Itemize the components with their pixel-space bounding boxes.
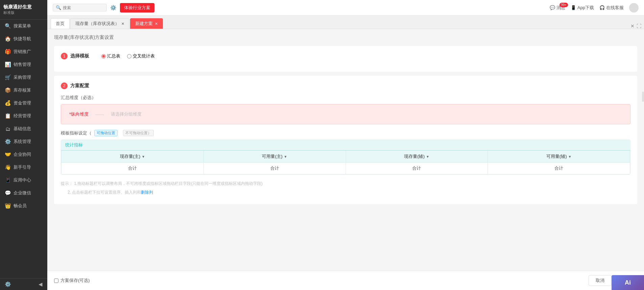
sidebar-item-wechat[interactable]: 💬 企业微信 (0, 187, 47, 199)
tab-new-plan[interactable]: 新建方案 ✕ (130, 18, 163, 29)
online-support-link[interactable]: 🎧 在线客服 (599, 5, 624, 11)
sidebar-item-vip[interactable]: 👑 畅会员 (0, 199, 47, 212)
messages-badge: 99+ (560, 3, 568, 7)
section1-title: 选择模板 (70, 53, 89, 59)
sidebar-icon-quick-nav: 🏠 (5, 36, 11, 42)
section-template: 1 选择模板 汇总表 交叉统计表 (54, 46, 637, 72)
search-icon: 🔍 (56, 5, 61, 10)
page-title: 现存量(库存状况表)方案设置 (54, 34, 637, 41)
dimension-placeholder[interactable]: 请选择分组维度 (111, 111, 142, 117)
radio-summary[interactable]: 汇总表 (101, 53, 120, 59)
sidebar-label-system: 系统管理 (14, 139, 31, 145)
radio-cross-label: 交叉统计表 (133, 53, 155, 59)
tab-inventory[interactable]: 现存量（库存状况表） ✕ (70, 18, 129, 29)
stats-table: 现存量(主)▼可用量(主)▼现存量(辅)▼可用量(辅)▼ 合计合计合计合计 (61, 150, 630, 174)
sidebar-item-search[interactable]: 🔍 搜索菜单 (0, 20, 47, 32)
save-label: 方案保存(可选) (60, 277, 90, 284)
top-bar: 🔍 ⚙️ 体验行业方案 💬 消息 99+ 📱 App下载 🎧 在线客服 (47, 0, 644, 16)
delete-col-link[interactable]: 删除列 (141, 190, 153, 195)
save-checkbox[interactable] (54, 279, 58, 283)
col-header-2[interactable]: 现存量(辅)▼ (346, 151, 488, 163)
tab-home[interactable]: 首页 (51, 18, 70, 29)
sidebar-item-new-guide[interactable]: 👋 新手引导 (0, 161, 47, 174)
radio-summary-label: 汇总表 (107, 53, 120, 59)
col-label-3: 可用量(辅) (546, 153, 567, 160)
trial-button[interactable]: 体验行业方案 (120, 3, 154, 13)
sidebar-label-sales: 销售管理 (14, 62, 31, 68)
section2-header: 2 方案配置 (61, 82, 630, 89)
sidebar-icon-cooperation: 🤝 (5, 151, 11, 158)
radio-cross-input[interactable] (127, 54, 131, 58)
col-header-0[interactable]: 现存量(主)▼ (61, 151, 204, 163)
non-draggable-tag: 不可拖动位置） (123, 130, 154, 136)
cancel-button[interactable]: 取消 (589, 275, 612, 286)
search-input[interactable] (63, 5, 103, 10)
ai-float-button[interactable]: Ai (612, 275, 644, 290)
stats-title-bar: 统计指标 (61, 140, 630, 150)
sidebar-item-management[interactable]: 📋 经营管理 (0, 110, 47, 122)
stats-body-row: 合计合计合计合计 (61, 163, 630, 174)
dimension-dash: —— (95, 112, 104, 117)
sidebar-item-sales[interactable]: 📊 销售管理 (0, 58, 47, 71)
sidebar-label-app-center: 应用中心 (14, 177, 31, 183)
inventory-tab-close[interactable]: ✕ (121, 22, 124, 26)
settings-icon[interactable]: ⚙️ (5, 281, 11, 287)
col-chevron-1[interactable]: ▼ (284, 155, 287, 159)
sidebar-item-marketing[interactable]: 🎁 营销推广 (0, 45, 47, 58)
app-download-link[interactable]: 📱 App下载 (571, 5, 594, 11)
col-label-0: 现存量(主) (120, 153, 141, 160)
sidebar-label-marketing: 营销推广 (14, 49, 31, 55)
sidebar-icon-system: ⚙️ (5, 139, 11, 145)
new-plan-tab-label: 新建方案 (135, 21, 153, 27)
col-body-0: 合计 (61, 163, 204, 174)
sidebar-icon-marketing: 🎁 (5, 49, 11, 55)
sidebar-label-vip: 畅会员 (14, 203, 27, 209)
messages-button[interactable]: 💬 消息 99+ (550, 5, 565, 11)
col-chevron-2[interactable]: ▼ (426, 155, 429, 159)
tips-section: 提示： 1.拖动标题栏可以调整布局，不可跨维度或指标区域拖动栏目字段(只能在同一… (61, 180, 630, 196)
sidebar-label-purchase: 采购管理 (14, 74, 31, 80)
sidebar-label-finance: 资金管理 (14, 100, 31, 106)
col-header-1[interactable]: 可用量(主)▼ (203, 151, 346, 163)
sidebar-icon-purchase: 🛒 (5, 74, 11, 80)
message-icon: 💬 (550, 5, 555, 10)
sidebar-label-search: 搜索菜单 (14, 23, 31, 29)
save-option: 方案保存(可选) (54, 277, 90, 284)
topbar-settings-icon[interactable]: ⚙️ (110, 5, 117, 11)
sidebar-item-system[interactable]: ⚙️ 系统管理 (0, 135, 47, 148)
collapse-icon[interactable]: ◀ (39, 281, 43, 287)
resize-handle[interactable] (642, 92, 644, 102)
sidebar-item-purchase[interactable]: 🛒 采购管理 (0, 71, 47, 84)
radio-cross[interactable]: 交叉统计表 (127, 53, 155, 59)
sidebar-item-quick-nav[interactable]: 🏠 快捷导航 (0, 32, 47, 45)
sidebar-scroll: 🔍 搜索菜单 🏠 快捷导航 🎁 营销推广 📊 销售管理 🛒 采购管理 📦 库存核… (0, 20, 47, 278)
sidebar-label-quick-nav: 快捷导航 (14, 36, 31, 42)
radio-summary-input[interactable] (101, 54, 106, 58)
search-box[interactable]: 🔍 (53, 4, 107, 11)
dimension-box: *纵向维度 —— 请选择分组维度 (61, 104, 630, 124)
sidebar-icon-management: 📋 (5, 113, 11, 119)
col-header-3[interactable]: 可用量(辅)▼ (488, 151, 630, 163)
bottom-bar: 方案保存(可选) 取消 查询 (47, 271, 644, 290)
section1-header: 1 选择模板 汇总表 交叉统计表 (61, 53, 630, 59)
sidebar-item-basic-info[interactable]: 🗂 基础信息 (0, 122, 47, 135)
tab-close-all-icon[interactable]: ✕ (630, 23, 635, 29)
sidebar-icon-vip: 👑 (5, 203, 11, 209)
sidebar-item-app-center[interactable]: 📱 应用中心 (0, 174, 47, 187)
col-chevron-3[interactable]: ▼ (568, 155, 572, 159)
tab-expand-icon[interactable]: ⛶ (637, 23, 641, 29)
section2-title: 方案配置 (70, 83, 89, 89)
app-version: 标准版 (3, 10, 44, 15)
sidebar-item-cooperation[interactable]: 🤝 企业协同 (0, 148, 47, 161)
sidebar-label-new-guide: 新手引导 (14, 164, 31, 170)
sidebar-label-basic-info: 基础信息 (14, 126, 31, 132)
user-avatar[interactable] (629, 3, 639, 13)
dimension-row: *纵向维度 —— 请选择分组维度 (69, 111, 622, 117)
draggable-tag: 可拖动位置 (94, 130, 118, 136)
content-area: 现存量(库存状况表)方案设置 1 选择模板 汇总表 交叉统计表 (47, 29, 644, 271)
new-plan-tab-close[interactable]: ✕ (155, 22, 158, 26)
sidebar-item-finance[interactable]: 💰 资金管理 (0, 97, 47, 110)
sidebar-item-inventory[interactable]: 📦 库存核算 (0, 84, 47, 97)
col-chevron-0[interactable]: ▼ (142, 155, 145, 159)
template-options: 汇总表 交叉统计表 (101, 53, 155, 59)
